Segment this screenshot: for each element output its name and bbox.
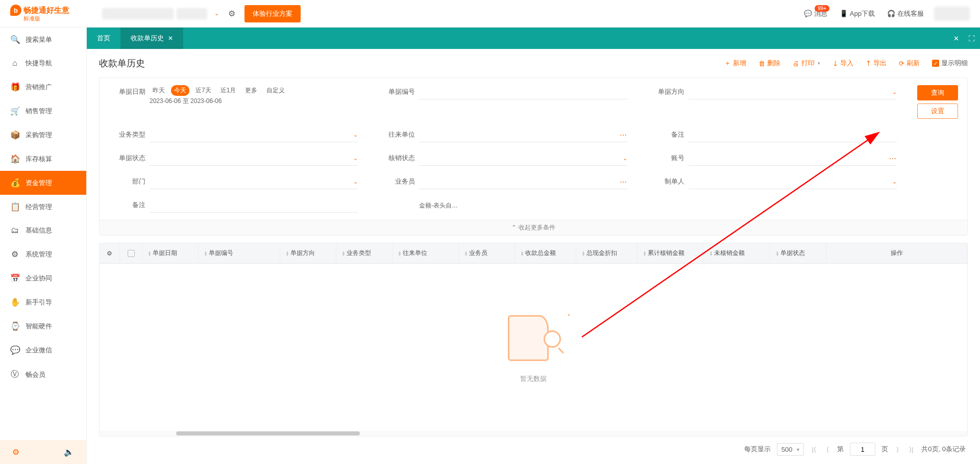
first-page-button[interactable]: |⟨	[810, 446, 818, 453]
sidebar-item-13[interactable]: 💬企业微信	[0, 338, 86, 362]
volume-icon[interactable]: 🔈	[64, 447, 74, 457]
date-chip-2[interactable]: 近7天	[192, 85, 214, 96]
sidebar-item-6[interactable]: 💰资金管理	[0, 171, 86, 195]
sidebar-item-label: 销售管理	[26, 107, 52, 116]
online-cs-link[interactable]: 🎧 在线客服	[887, 9, 924, 18]
logo-mark-icon: b	[10, 5, 21, 16]
date-chip-3[interactable]: 近1月	[217, 85, 239, 96]
user-avatar-blur[interactable]	[934, 7, 970, 21]
sidebar-item-1[interactable]: ⌂快捷导航	[0, 51, 86, 75]
sidebar-item-2[interactable]: 🎁营销推广	[0, 75, 86, 99]
column-header-8[interactable]: ▴▾累计核销金额	[638, 243, 704, 263]
column-header-10[interactable]: ▴▾单据状态	[770, 243, 826, 263]
sidebar-item-label: 营销推广	[26, 83, 52, 92]
tab-0[interactable]: 首页	[87, 28, 120, 49]
sidebar-item-11[interactable]: ✋新手引导	[0, 290, 86, 314]
prev-page-button[interactable]: ⟨	[824, 446, 831, 453]
column-header-2[interactable]: ▴▾单据方向	[280, 243, 336, 263]
sidebar-item-8[interactable]: 🗂基础信息	[0, 219, 86, 242]
sidebar-icon: ⚙	[10, 249, 19, 259]
company-selector[interactable]: ⌄	[102, 8, 219, 19]
filter-remark-input[interactable]	[689, 128, 897, 142]
column-header-6[interactable]: ▴▾收款总金额	[515, 243, 576, 263]
add-button[interactable]: ＋新增	[724, 59, 746, 68]
print-label: 打印	[801, 59, 815, 68]
tab-close-all-icon[interactable]: ✕	[953, 35, 959, 42]
refresh-icon: ⟳	[899, 60, 904, 67]
sidebar-item-14[interactable]: Ⓥ畅会员	[0, 362, 86, 387]
print-button[interactable]: 🖨打印▾	[793, 59, 820, 68]
filter-dept-select[interactable]: ⌄	[150, 175, 358, 189]
sort-icon: ▴▾	[710, 251, 712, 256]
date-chip-5[interactable]: 自定义	[263, 85, 288, 96]
horizontal-scrollbar[interactable]	[100, 431, 967, 436]
column-header-0[interactable]: ▴▾单据日期	[142, 243, 199, 263]
collapse-filters-button[interactable]: ⌃ 收起更多条件	[100, 220, 967, 235]
filter-account-picker[interactable]: ⋯	[689, 151, 897, 166]
column-header-1[interactable]: ▴▾单据编号	[199, 243, 280, 263]
sidebar-item-label: 智能硬件	[26, 322, 52, 331]
filter-operator-picker[interactable]: ⋯	[419, 175, 627, 189]
column-label: 操作	[891, 249, 903, 257]
import-button[interactable]: ⤓导入	[832, 59, 853, 68]
table-settings-icon[interactable]: ⚙	[100, 243, 120, 263]
per-page-select[interactable]: 500▾	[777, 443, 804, 456]
column-header-7[interactable]: ▴▾总现金折扣	[576, 243, 638, 263]
sidebar-item-4[interactable]: 📦采购管理	[0, 123, 86, 147]
fullscreen-icon[interactable]: ⛶	[968, 35, 975, 42]
column-header-9[interactable]: ▴▾未核销金额	[704, 243, 770, 263]
show-detail-toggle[interactable]: ✓显示明细	[932, 59, 968, 68]
gear-icon[interactable]: ⚙	[228, 9, 235, 18]
date-chip-1[interactable]: 今天	[171, 85, 189, 96]
collapse-label: 收起更多条件	[519, 224, 555, 231]
next-page-button[interactable]: ⟩	[894, 446, 901, 453]
settings-button[interactable]: 设置	[917, 104, 958, 119]
messages-link[interactable]: 💬 消息 99+	[804, 9, 827, 18]
tab-1[interactable]: 收款单历史✕	[120, 28, 183, 49]
sidebar-item-0[interactable]: 🔍搜索菜单	[0, 28, 86, 51]
sort-icon: ▴▾	[465, 251, 467, 256]
sort-icon: ▴▾	[149, 251, 151, 256]
filter-verify-status-select[interactable]: ⌄	[419, 151, 627, 166]
search-button[interactable]: 查询	[917, 85, 958, 100]
filter-direction-select[interactable]: ⌄	[689, 85, 897, 99]
filter-number-input[interactable]	[419, 85, 627, 99]
date-chip-4[interactable]: 更多	[242, 85, 260, 96]
column-label: 单据编号	[209, 249, 233, 257]
filter-partner: 往来单位 ⋯	[378, 128, 627, 142]
page-number-input[interactable]	[850, 443, 875, 456]
filter-status-select[interactable]: ⌄	[150, 151, 358, 166]
filter-amount-input[interactable]: 金额-表头自…	[419, 198, 627, 213]
experience-button[interactable]: 体验行业方案	[244, 5, 301, 22]
delete-button[interactable]: 🗑删除	[758, 59, 780, 68]
column-header-5[interactable]: ▴▾业务员	[459, 243, 515, 263]
refresh-button[interactable]: ⟳刷新	[899, 59, 920, 68]
date-chip-0[interactable]: 昨天	[150, 85, 168, 96]
select-all-checkbox[interactable]	[120, 243, 142, 263]
export-button[interactable]: ⤒导出	[866, 59, 887, 68]
empty-text: 暂无数据	[520, 374, 547, 383]
sidebar-item-5[interactable]: 🏠库存核算	[0, 147, 86, 171]
filter-remark2-input[interactable]	[150, 198, 358, 213]
settings-gear-icon[interactable]: ⚙	[12, 447, 19, 457]
column-header-3[interactable]: ▴▾业务类型	[336, 243, 393, 263]
sidebar-icon: 💬	[10, 345, 19, 355]
sidebar-item-7[interactable]: 📋经营管理	[0, 195, 86, 219]
sidebar-item-9[interactable]: ⚙系统管理	[0, 242, 86, 266]
column-header-11[interactable]: 操作	[826, 243, 967, 263]
sidebar-icon: 🗂	[10, 226, 19, 235]
sort-icon: ▴▾	[776, 251, 778, 256]
filter-direction: 单据方向 ⌄	[648, 85, 897, 119]
sidebar-item-label: 企业微信	[26, 346, 52, 355]
sidebar-item-12[interactable]: ⌚智能硬件	[0, 314, 86, 338]
filter-biztype-select[interactable]: ⌄	[150, 128, 358, 142]
last-page-button[interactable]: ⟩|	[907, 446, 915, 453]
close-icon[interactable]: ✕	[168, 35, 173, 42]
sidebar-item-10[interactable]: 📅企业协同	[0, 266, 86, 290]
sort-icon: ▴▾	[342, 251, 345, 256]
filter-partner-picker[interactable]: ⋯	[419, 128, 627, 142]
sidebar-item-3[interactable]: 🛒销售管理	[0, 99, 86, 123]
filter-creator-select[interactable]: ⌄	[689, 175, 897, 189]
column-header-4[interactable]: ▴▾往来单位	[393, 243, 459, 263]
app-download-link[interactable]: 📱 App下载	[840, 9, 875, 18]
